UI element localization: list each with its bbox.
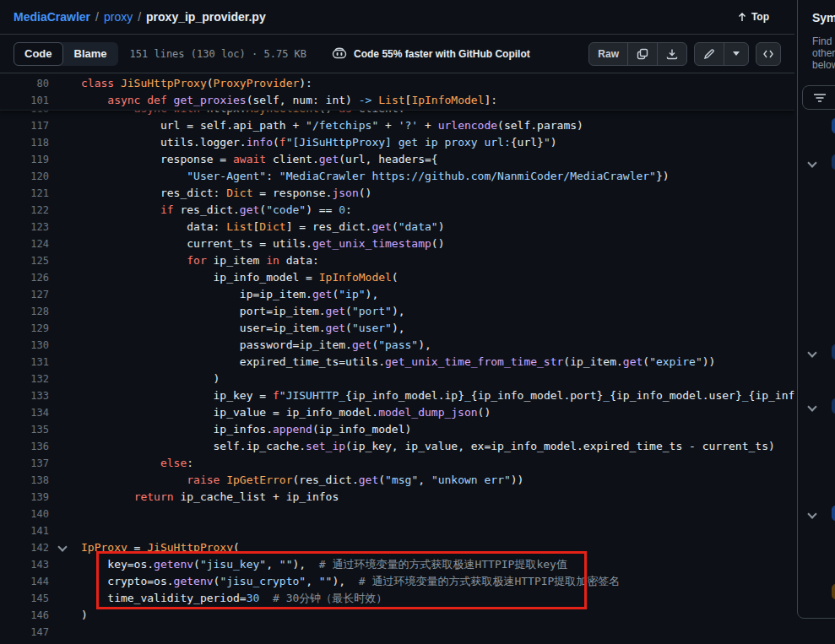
code-text: else: <box>81 455 193 472</box>
code-line: 143 key=os.getenv("jisu_key", ""), # 通过环… <box>0 556 794 573</box>
line-number[interactable]: 129 <box>0 320 49 337</box>
code-line: 127 ip=ip_item.get("ip"), <box>0 286 794 303</box>
symbol-item-pill[interactable] <box>832 398 835 414</box>
symbol-item-pill[interactable] <box>832 154 835 170</box>
code-text: ip_value = ip_info_model.model_dump_json… <box>81 404 491 421</box>
file-toolbar: Code Blame 151 lines (130 loc) · 5.75 KB… <box>0 35 794 73</box>
gutter <box>49 455 81 472</box>
code-line: 131 expired_time_ts=utils.get_unix_time_… <box>0 354 794 371</box>
code-text: time_validity_period=30 # 30分钟（最长时效） <box>81 590 387 607</box>
gutter <box>49 303 81 320</box>
code-text: "User-Agent": "MediaCrawler https://gith… <box>81 168 670 185</box>
copilot-banner[interactable]: Code 55% faster with GitHub Copilot <box>332 47 530 61</box>
code-line: 120 "User-Agent": "MediaCrawler https://… <box>0 168 794 185</box>
copilot-icon <box>332 47 347 61</box>
gutter <box>49 235 81 252</box>
raw-button[interactable]: Raw <box>589 43 627 65</box>
line-number[interactable]: 125 <box>0 252 49 269</box>
back-to-top-button[interactable]: Top <box>737 11 769 23</box>
line-number[interactable]: 144 <box>0 573 49 590</box>
symbol-item-pill[interactable] <box>832 118 835 133</box>
symbols-panel: Symbols Findotherbelow <box>797 0 835 619</box>
tree-chevron-down-icon[interactable] <box>807 509 816 518</box>
line-number[interactable]: 117 <box>0 117 49 134</box>
breadcrumb-dir-link[interactable]: proxy <box>104 10 133 24</box>
line-number[interactable]: 142 <box>0 539 49 556</box>
line-number[interactable]: 134 <box>0 404 49 421</box>
code-line: 80class JiSuHttpProxy(ProxyProvider): <box>0 75 794 92</box>
edit-dropdown-button[interactable] <box>724 43 748 65</box>
code-line: 124 current_ts = utils.get_unix_timestam… <box>0 235 794 252</box>
gutter <box>49 522 81 539</box>
code-line: 101 async def get_proxies(self, num: int… <box>0 92 794 109</box>
line-number[interactable]: 119 <box>0 151 49 168</box>
code-line: 135 ip_infos.append(ip_info_model) <box>0 421 794 438</box>
line-number[interactable]: 143 <box>0 556 49 573</box>
filter-icon <box>813 93 827 103</box>
line-number[interactable]: 131 <box>0 354 49 371</box>
gutter <box>49 556 81 573</box>
line-number[interactable]: 121 <box>0 185 49 202</box>
code-line: 128 port=ip_item.get("port"), <box>0 303 794 320</box>
line-number[interactable]: 138 <box>0 472 49 489</box>
line-number[interactable]: 137 <box>0 455 49 472</box>
line-number[interactable]: 123 <box>0 219 49 235</box>
line-number[interactable]: 135 <box>0 421 49 438</box>
tree-chevron-down-icon[interactable] <box>807 348 816 357</box>
breadcrumb-repo-link[interactable]: MediaCrawler <box>14 10 90 24</box>
code-text: class JiSuHttpProxy(ProxyProvider): <box>81 75 312 92</box>
gutter <box>49 252 81 269</box>
line-number[interactable]: 132 <box>0 371 49 387</box>
symbol-item-pill[interactable] <box>832 344 835 360</box>
line-number[interactable]: 145 <box>0 590 49 607</box>
collapse-chevron-icon[interactable] <box>57 542 67 551</box>
gutter <box>49 607 81 624</box>
line-number[interactable]: 127 <box>0 286 49 303</box>
caret-down-icon <box>733 51 740 56</box>
gutter <box>49 117 81 134</box>
line-number[interactable]: 140 <box>0 506 49 522</box>
line-number[interactable]: 147 <box>0 624 49 641</box>
line-number[interactable]: 130 <box>0 337 49 354</box>
gutter <box>49 134 81 151</box>
gutter <box>49 624 81 641</box>
code-line: 129 user=ip_item.get("user"), <box>0 320 794 337</box>
code-line: 133 ip_key = f"JISUHTTP_{ip_info_model.i… <box>0 387 794 404</box>
tree-chevron-down-icon[interactable] <box>807 158 816 167</box>
code-line: 146) <box>0 607 794 624</box>
symbols-filter-button[interactable] <box>802 85 835 110</box>
line-number[interactable]: 101 <box>0 92 49 109</box>
copy-button[interactable] <box>627 43 657 65</box>
code-line: 117 url = self.api_path + "/fetchips" + … <box>0 117 794 134</box>
gutter <box>49 573 81 590</box>
line-number[interactable]: 80 <box>0 75 49 92</box>
line-number[interactable]: 128 <box>0 303 49 320</box>
line-number[interactable]: 133 <box>0 387 49 404</box>
edit-button[interactable] <box>695 43 724 65</box>
edit-group <box>694 42 749 66</box>
code-text: ip=ip_item.get("ip"), <box>81 286 378 303</box>
line-number[interactable]: 139 <box>0 489 49 506</box>
tab-blame[interactable]: Blame <box>63 42 118 66</box>
line-number[interactable]: 136 <box>0 438 49 455</box>
gutter <box>49 185 81 202</box>
download-icon <box>666 48 678 60</box>
line-number[interactable]: 120 <box>0 168 49 185</box>
gutter <box>49 506 81 522</box>
symbols-panel-toggle[interactable] <box>756 42 781 66</box>
gutter <box>49 489 81 506</box>
breadcrumb-filename: proxy_ip_provider.py <box>146 10 266 24</box>
line-number[interactable]: 141 <box>0 522 49 539</box>
symbol-item-pill[interactable] <box>832 506 835 521</box>
symbol-item-pill[interactable] <box>832 584 835 599</box>
line-number[interactable]: 124 <box>0 235 49 252</box>
tab-code[interactable]: Code <box>14 42 63 66</box>
tree-chevron-down-icon[interactable] <box>807 402 816 411</box>
code-line: 141 <box>0 522 794 539</box>
line-number[interactable]: 122 <box>0 202 49 219</box>
line-number[interactable]: 118 <box>0 134 49 151</box>
line-number[interactable]: 126 <box>0 269 49 286</box>
code-line: 140 <box>0 506 794 522</box>
download-button[interactable] <box>657 43 686 65</box>
line-number[interactable]: 146 <box>0 607 49 624</box>
